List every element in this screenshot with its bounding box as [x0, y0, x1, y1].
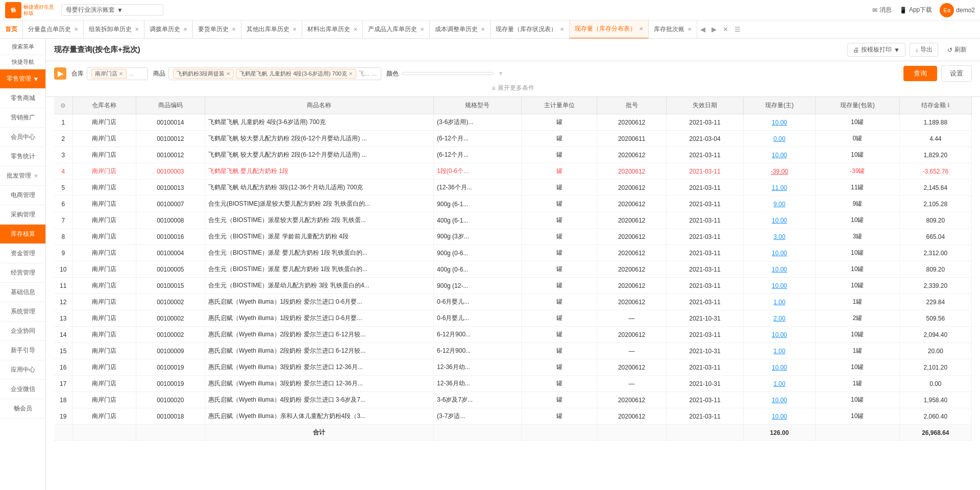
sidebar-item-guide[interactable]: 新手引导 — [0, 341, 45, 360]
app-download-btn[interactable]: 📱 App下载 — [899, 6, 932, 14]
sidebar-item-member[interactable]: 会员中心 — [0, 128, 45, 147]
cell-code: 00100002 — [136, 294, 205, 310]
sidebar-item-ecommerce[interactable]: 电商管理 — [0, 186, 45, 205]
sidebar-item-retail-shop[interactable]: 零售商城 — [0, 89, 45, 108]
tab-cost-adj-close[interactable]: ✕ — [481, 27, 485, 32]
product-tag-1-close[interactable]: ✕ — [226, 71, 230, 77]
tab-stock-status[interactable]: 现存量（库存状况表） ✕ — [491, 20, 570, 39]
tab-outbound[interactable]: 其他出库单历史 ✕ — [241, 20, 302, 39]
cell-qty-main[interactable]: -39.00 — [744, 163, 816, 180]
color-input[interactable] — [402, 72, 494, 75]
sidebar-item-retail-mgmt[interactable]: 零售管理 ▼ — [0, 69, 45, 89]
tab-product-in-close[interactable]: ✕ — [420, 27, 424, 32]
cell-qty-main[interactable]: 1.00 — [744, 294, 816, 310]
cell-qty-main[interactable]: 11.00 — [744, 180, 816, 196]
table-row: 10 南岸门店 00100005 合生元（BIOSTIME）派星 婴儿配方奶粉 … — [54, 261, 972, 278]
th-settings[interactable]: ⚙ — [54, 97, 72, 114]
sidebar-search[interactable]: 搜索英单 — [0, 39, 45, 55]
sidebar-item-basic[interactable]: 基础信息 — [0, 283, 45, 302]
cell-qty-pkg: 11罐 — [815, 180, 899, 196]
cell-code: 00100012 — [136, 147, 205, 163]
balance-info-icon[interactable]: ℹ — [947, 102, 950, 109]
tab-disassemble[interactable]: 组装拆卸单历史 ✕ — [84, 20, 144, 39]
template-print-btn[interactable]: 🖨 按模板打印 ▼ — [847, 43, 905, 57]
cell-qty-main[interactable]: 10.00 — [744, 245, 816, 261]
cell-spec: 400g (0-6... — [434, 261, 522, 278]
product-tag-2-close[interactable]: ✕ — [349, 71, 353, 77]
sidebar-item-finance[interactable]: 资金管理 — [0, 244, 45, 263]
tab-prev-btn[interactable]: ◀ — [697, 20, 708, 39]
warehouse-tag-close[interactable]: ✕ — [119, 71, 123, 77]
cell-unit: 罐 — [521, 245, 597, 261]
refresh-btn[interactable]: ↺ 刷新 — [942, 43, 972, 56]
cell-qty-main[interactable]: 10.00 — [744, 261, 816, 278]
tab-cost-adj[interactable]: 成本调整单历史 ✕ — [430, 20, 491, 39]
tab-batch-close[interactable]: ✕ — [688, 27, 692, 32]
cell-qty-main[interactable]: 0.00 — [744, 131, 816, 147]
tab-next-btn[interactable]: ▶ — [708, 20, 720, 39]
tab-stock-dist[interactable]: 现存量（库存分布表） ✕ — [570, 20, 649, 39]
sidebar-item-system[interactable]: 系统管理 — [0, 302, 45, 322]
sidebar-item-member2[interactable]: 畅会员 — [0, 399, 45, 419]
tab-demand-close[interactable]: ✕ — [232, 27, 236, 32]
tab-menu-btn[interactable]: ☰ — [731, 20, 744, 39]
sidebar-item-purchase[interactable]: 采购管理 — [0, 205, 45, 225]
user-menu[interactable]: Ea demo2 — [940, 3, 975, 17]
tab-stock-dist-close[interactable]: ✕ — [639, 26, 643, 32]
sidebar-item-retail-stats[interactable]: 零售统计 — [0, 147, 45, 166]
sidebar-item-enterprise[interactable]: 企业协同 — [0, 322, 45, 341]
tab-mix[interactable]: 调拨单历史 ✕ — [144, 20, 193, 39]
cell-qty-main[interactable]: 10.00 — [744, 359, 816, 376]
th-batch: 批号 — [597, 97, 666, 114]
sidebar-item-inventory[interactable]: 库存核算 — [0, 225, 45, 244]
message-btn[interactable]: ✉ 消息 — [872, 6, 892, 14]
tab-demand[interactable]: 要货单历史 ✕ — [193, 20, 241, 39]
cell-qty-main[interactable]: 9.00 — [744, 196, 816, 212]
tab-stock-status-close[interactable]: ✕ — [560, 27, 564, 32]
sidebar-item-app-center[interactable]: 应用中心 — [0, 360, 45, 380]
cell-expire: 2021-10-31 — [666, 343, 744, 359]
tab-outbound-close[interactable]: ✕ — [292, 27, 297, 32]
tab-split-close[interactable]: ✕ — [74, 27, 78, 32]
tab-home[interactable]: 首页 — [0, 20, 23, 39]
export-btn[interactable]: ↓ 导出 — [910, 43, 938, 57]
cell-qty-main[interactable]: 10.00 — [744, 408, 816, 425]
cell-qty-main[interactable]: 10.00 — [744, 392, 816, 408]
cell-qty-main[interactable]: 10.00 — [744, 327, 816, 343]
query-btn[interactable]: 查询 — [903, 66, 937, 81]
expand-conditions-btn[interactable]: ≡ 展开更多条件 — [54, 84, 972, 92]
cell-qty-main[interactable]: 2.00 — [744, 310, 816, 327]
cell-qty-main[interactable]: 10.00 — [744, 278, 816, 294]
sidebar-quick-nav[interactable]: 快捷导航 — [0, 55, 45, 69]
sidebar-item-wholesale[interactable]: 批发管理 ▼ — [0, 166, 45, 186]
sidebar-item-marketing[interactable]: 营销推广 — [0, 108, 45, 128]
cell-balance: 2,060.40 — [899, 408, 971, 425]
warehouse-input[interactable]: 南岸门店 ✕ ... — [87, 67, 148, 80]
account-selector[interactable]: 母婴行业演示账套 ▼ — [61, 4, 163, 16]
cell-qty-main[interactable]: 10.00 — [744, 212, 816, 229]
cell-unit: 罐 — [521, 310, 597, 327]
cell-name: 飞鹤星飞帆 儿童奶粉 4段(3-6岁适用) 700克 — [205, 114, 433, 131]
setting-btn[interactable]: 设置 — [941, 65, 972, 82]
tab-batch[interactable]: 库存批次账 ✕ — [649, 20, 697, 39]
tab-product-in[interactable]: 产成品入库单历史 ✕ — [363, 20, 430, 39]
cell-qty-main[interactable]: 1.00 — [744, 376, 816, 392]
filter-toggle-btn[interactable]: ▶ — [54, 67, 66, 80]
cell-code: 00100008 — [136, 212, 205, 229]
cell-qty-main[interactable]: 10.00 — [744, 114, 816, 131]
sidebar-item-operations[interactable]: 经营管理 — [0, 263, 45, 283]
settings-icon[interactable]: ⚙ — [60, 102, 66, 109]
sidebar-item-enterprise-wechat[interactable]: 企业微信 — [0, 380, 45, 399]
cell-qty-main[interactable]: 10.00 — [744, 147, 816, 163]
tab-close-all-btn[interactable]: ✕ — [720, 20, 731, 39]
product-input[interactable]: 飞鹤奶粉3段两提装 ✕ 飞鹤星飞帆 儿童奶粉 4段(3-6岁适用) 700克 ✕… — [168, 67, 381, 80]
cell-batch: 20200612 — [597, 147, 666, 163]
tab-mix-close[interactable]: ✕ — [183, 27, 187, 32]
cell-qty-main[interactable]: 3.00 — [744, 229, 816, 245]
tab-disassemble-close[interactable]: ✕ — [135, 27, 139, 32]
cell-qty-main[interactable]: 1.00 — [744, 343, 816, 359]
cell-qty-pkg: 0罐 — [815, 131, 899, 147]
tab-material[interactable]: 材料出库单历史 ✕ — [302, 20, 363, 39]
tab-material-close[interactable]: ✕ — [353, 27, 357, 32]
tab-split[interactable]: 分量盘点单历史 ✕ — [23, 20, 84, 39]
